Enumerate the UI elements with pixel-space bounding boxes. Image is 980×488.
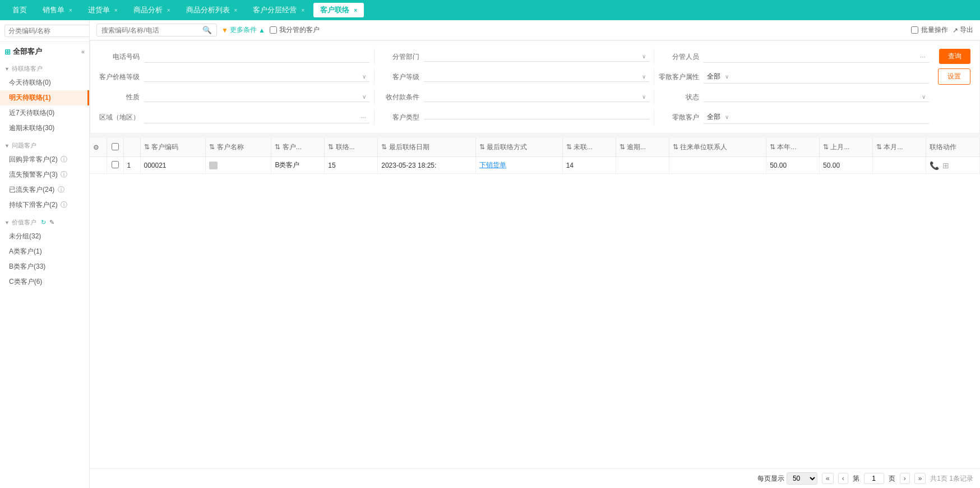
page-input[interactable] [864, 473, 884, 484]
nav-home[interactable]: 首页 [6, 3, 34, 17]
grid-action-icon[interactable]: ⊞ [942, 161, 949, 170]
settings-button[interactable]: 设置 [938, 68, 970, 85]
nav-customer-tier[interactable]: 客户分层经营 × [246, 3, 311, 17]
export-button[interactable]: ↗ 导出 [953, 25, 973, 35]
collapse-icon[interactable]: « [81, 48, 85, 55]
filter-nature-select[interactable]: ∨ [144, 92, 369, 102]
sidebar-item-ungrouped[interactable]: 未分组(32) [0, 229, 89, 244]
my-customers-check[interactable] [270, 26, 277, 34]
sidebar-item-churned[interactable]: 已流失客户(24) ⓘ [0, 182, 89, 197]
filter-price-level-select[interactable]: ∨ [144, 72, 369, 82]
select-all-checkbox[interactable] [112, 143, 119, 150]
col-this-month: ⇅ 本月... [873, 138, 926, 157]
sort-icon[interactable]: ⇅ [479, 143, 485, 151]
col-checkbox [107, 138, 123, 157]
sort-icon[interactable]: ⇅ [876, 143, 882, 151]
sort-icon[interactable]: ⇅ [620, 143, 625, 151]
sidebar-search-input[interactable] [4, 25, 90, 37]
chevron-down-icon: ∨ [362, 94, 366, 100]
filter-label-manager: 分管人员 [659, 52, 704, 62]
sort-icon[interactable]: ⇅ [144, 143, 150, 151]
filter-row-3: 性质 ∨ 收付款条件 ∨ [99, 87, 929, 107]
filter-region-input[interactable]: ··· [144, 112, 369, 123]
close-icon[interactable]: × [301, 7, 304, 13]
gear-icon[interactable]: ⚙ [93, 144, 99, 151]
filter-retail-attr-select[interactable]: 全部 ∨ [704, 70, 929, 84]
chevron-down-icon: ∨ [725, 114, 729, 120]
filter-phone-input[interactable] [144, 51, 369, 63]
sort-icon[interactable]: ⇅ [673, 143, 678, 151]
col-type: ⇅ 客户... [271, 138, 325, 157]
batch-check[interactable] [911, 26, 918, 34]
chevron-up-icon: ▲ [258, 26, 265, 34]
filter-payment-select[interactable]: ∨ [424, 92, 649, 102]
col-action: 联络动作 [926, 138, 979, 157]
chevron-down-icon: ∨ [725, 73, 729, 80]
sidebar-item-declining[interactable]: 持续下滑客户(2) ⓘ [0, 197, 89, 213]
last-page-button[interactable]: » [914, 473, 926, 484]
col-code: ⇅ 客户编码 [140, 138, 206, 157]
close-icon[interactable]: × [354, 7, 357, 13]
nav-customer-contact[interactable]: 客户联络 × [313, 3, 364, 17]
sidebar-item-overdue[interactable]: 逾期未联络(30) [0, 121, 89, 136]
filter-dept-select[interactable]: ∨ [424, 52, 649, 62]
filter-manager-input[interactable]: ··· [704, 51, 929, 63]
sort-icon[interactable]: ⇅ [209, 143, 215, 151]
prev-page-button[interactable]: ‹ [838, 473, 848, 484]
row-last-contact-date: 2023-05-23 18:25: [378, 157, 476, 174]
nav-product-analysis-list[interactable]: 商品分析列表 × [179, 3, 244, 17]
search-input[interactable] [101, 26, 202, 34]
first-page-button[interactable]: « [822, 473, 834, 484]
sort-icon[interactable]: ⇅ [566, 143, 572, 151]
sidebar-group-value[interactable]: ▼ 价值客户 ↻ ✎ [0, 215, 89, 229]
sidebar-group-pending[interactable]: ▼ 待联络客户 [0, 61, 89, 75]
sidebar-item-class-c[interactable]: C类客户(6) [0, 274, 89, 289]
sort-icon[interactable]: ⇅ [823, 143, 829, 151]
close-icon[interactable]: × [234, 7, 238, 13]
divider [374, 109, 375, 125]
next-page-button[interactable]: › [900, 473, 910, 484]
batch-operation-button[interactable]: 批量操作 [911, 25, 948, 35]
sidebar-item-tomorrow[interactable]: 明天待联络(1) [0, 90, 89, 105]
sort-icon[interactable]: ⇅ [275, 143, 280, 151]
filter-label-retail: 零散客户 [659, 113, 704, 122]
edit-icon[interactable]: ✎ [49, 219, 54, 226]
nav-sales-order[interactable]: 销售单 × [36, 3, 79, 17]
page-size-select[interactable]: 50 100 200 [787, 472, 817, 485]
sidebar-item-7days[interactable]: 近7天待联络(0) [0, 105, 89, 121]
contact-method-link[interactable]: 下销货单 [479, 161, 506, 169]
nav-purchase-order[interactable]: 进货单 × [81, 3, 124, 17]
export-icon: ↗ [953, 26, 958, 34]
customer-table: ⚙ ⇅ 客户编码 ⇅ 客户名称 [90, 138, 980, 174]
sort-icon[interactable]: ⇅ [770, 143, 775, 151]
sidebar-item-today[interactable]: 今天待联络(0) [0, 75, 89, 90]
sidebar-item-class-b[interactable]: B类客户(33) [0, 259, 89, 274]
filter-retail-select[interactable]: 全部 ∨ [704, 111, 929, 124]
nav-product-analysis[interactable]: 商品分析 × [127, 3, 177, 17]
chevron-down-icon: ∨ [642, 73, 646, 80]
refresh-icon[interactable]: ↻ [41, 219, 46, 226]
filter-customer-type-select[interactable] [424, 116, 649, 119]
query-button[interactable]: 查询 [939, 49, 970, 64]
close-icon[interactable]: × [167, 7, 170, 13]
sidebar-item-churn-warning[interactable]: 流失预警客户(3) ⓘ [0, 167, 89, 182]
filter-customer-level-select[interactable]: ∨ [424, 72, 649, 82]
phone-icon[interactable]: 📞 [930, 161, 939, 170]
filter-button[interactable]: ▼ 更多条件 ▲ [221, 25, 265, 35]
sidebar-group-problem[interactable]: ▼ 问题客户 [0, 138, 89, 152]
sort-icon[interactable]: ⇅ [328, 143, 334, 151]
divider [654, 69, 654, 85]
sort-icon[interactable]: ⇅ [381, 143, 387, 151]
sidebar-all-customers[interactable]: ⊞ 全部客户 « [0, 42, 89, 59]
sidebar: 🔍 ⊞ 全部客户 « ▼ 待联络客户 今天待联络(0) 明天待联络(1) 近7天… [0, 20, 90, 488]
search-button[interactable]: 🔍 [202, 26, 212, 34]
close-icon[interactable]: × [114, 7, 118, 13]
sidebar-item-class-a[interactable]: A类客户(1) [0, 244, 89, 259]
sidebar-item-repurchase-abnormal[interactable]: 回购异常客户(2) ⓘ [0, 152, 89, 167]
close-icon[interactable]: × [69, 7, 72, 13]
filter-status-select[interactable]: ∨ [704, 92, 929, 102]
action-icons: 📞 ⊞ [930, 161, 976, 170]
my-customers-checkbox[interactable]: 我分管的客户 [270, 25, 320, 35]
row-select-checkbox[interactable] [112, 161, 119, 168]
filter-cell-customer-type: 客户类型 [379, 113, 649, 122]
